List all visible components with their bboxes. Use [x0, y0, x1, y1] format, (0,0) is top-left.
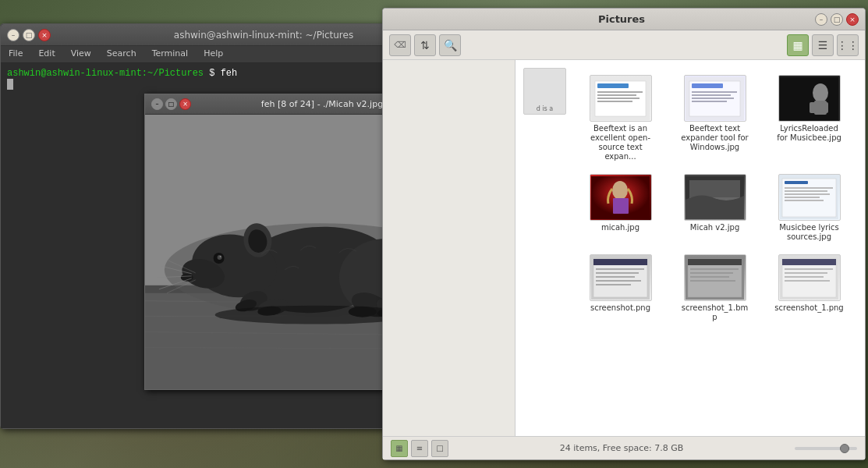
svg-rect-87 [785, 276, 824, 278]
statusbar-text: 24 items, Free space: 7.8 GB [560, 443, 683, 453]
svg-point-15 [218, 255, 222, 260]
svg-rect-72 [596, 276, 635, 278]
svg-rect-65 [785, 197, 820, 198]
file-manager-window-controls: – □ × [815, 13, 859, 26]
zoom-slider-container[interactable] [795, 447, 857, 450]
terminal-close-button[interactable]: × [38, 29, 51, 41]
list-item[interactable]: Beeftext text expander tool for Windows.… [671, 72, 759, 165]
statusbar-compact-icon[interactable]: □ [431, 440, 448, 457]
svg-rect-80 [690, 276, 729, 278]
zoom-slider[interactable] [795, 447, 857, 450]
list-item[interactable]: Beeftext is an excellent open-source tex… [576, 72, 664, 165]
terminal-menu-terminal[interactable]: Terminal [149, 48, 192, 61]
feh-maximize-button[interactable]: □ [165, 98, 177, 110]
svg-rect-50 [810, 102, 816, 113]
terminal-menu-file[interactable]: File [5, 48, 26, 61]
svg-rect-43 [692, 91, 737, 93]
svg-rect-38 [597, 98, 639, 99]
search-button[interactable]: 🔍 [439, 34, 461, 56]
svg-rect-84 [782, 259, 836, 265]
terminal-maximize-button[interactable]: □ [23, 29, 35, 41]
svg-rect-62 [785, 187, 833, 189]
file-label: Beeftext is an excellent open-source tex… [586, 124, 656, 161]
file-manager-statusbar: ▦ ≡ □ 24 items, Free space: 7.8 GB [383, 436, 865, 459]
svg-rect-74 [596, 284, 631, 285]
list-item[interactable]: screenshot.png [576, 251, 664, 325]
file-manager-content: d is a [383, 60, 865, 436]
svg-rect-77 [688, 259, 742, 265]
terminal-menu-edit[interactable]: Edit [35, 48, 58, 61]
file-label: screenshot_1.bmp [680, 303, 750, 322]
file-manager-close-button[interactable]: × [846, 13, 859, 26]
terminal-menu-help[interactable]: Help [200, 48, 226, 61]
file-label: LyricsReloaded for Musicbee.jpg [774, 124, 845, 143]
terminal-prompt-symbol: $ [204, 68, 221, 79]
file-label: screenshot.png [590, 303, 650, 313]
file-thumbnail [590, 174, 652, 221]
zoom-slider-thumb[interactable] [840, 444, 849, 453]
file-thumbnail [684, 254, 746, 301]
file-manager-minimize-button[interactable]: – [815, 13, 827, 26]
feh-window-controls: – □ × [151, 98, 191, 110]
file-thumbnail [684, 174, 746, 221]
file-thumbnail [778, 174, 841, 221]
svg-rect-86 [785, 272, 827, 274]
svg-rect-47 [780, 77, 838, 120]
svg-rect-70 [596, 268, 644, 270]
navigation-backspace-button[interactable]: ⌫ [389, 34, 411, 56]
svg-rect-45 [692, 98, 734, 99]
svg-rect-64 [785, 193, 830, 195]
file-manager-title: Pictures [428, 13, 815, 25]
terminal-menu-search[interactable]: Search [104, 48, 140, 61]
file-manager-toolbar: ⌫ ⇅ 🔍 ▦ ☰ ⋮⋮ [383, 30, 865, 60]
svg-rect-69 [593, 259, 647, 265]
file-manager-maximize-button[interactable]: □ [831, 13, 843, 26]
file-manager-window[interactable]: Pictures – □ × ⌫ ⇅ 🔍 ▦ ☰ ⋮⋮ d is a [382, 8, 866, 460]
list-item[interactable]: screenshot_1.png [765, 251, 853, 325]
statusbar-list-icon[interactable]: ≡ [411, 440, 428, 457]
svg-rect-61 [785, 181, 808, 184]
svg-rect-85 [785, 268, 833, 270]
file-label: Musicbee lyrics sources.jpg [774, 223, 845, 242]
file-thumbnail [590, 254, 652, 301]
svg-rect-44 [692, 94, 731, 96]
list-view-button[interactable]: ☰ [812, 34, 834, 56]
terminal-cursor [7, 79, 13, 90]
file-thumbnail [778, 254, 841, 301]
svg-rect-46 [692, 101, 727, 102]
svg-rect-39 [597, 101, 632, 102]
file-manager-sidebar [383, 60, 515, 436]
feh-close-button[interactable]: × [179, 98, 191, 110]
toggle-button[interactable]: ⇅ [414, 34, 436, 56]
grid-view-button[interactable]: ▦ [787, 34, 809, 56]
list-item[interactable]: LyricsReloaded for Musicbee.jpg [765, 72, 853, 165]
svg-rect-78 [690, 268, 739, 270]
list-item[interactable]: Micah v2.jpg [671, 171, 759, 245]
compact-view-button[interactable]: ⋮⋮ [837, 34, 859, 56]
list-item[interactable]: micah.jpg [576, 171, 664, 245]
file-label: Beeftext text expander tool for Windows.… [680, 124, 750, 152]
feh-minimize-button[interactable]: – [151, 98, 163, 110]
list-item[interactable]: Musicbee lyrics sources.jpg [765, 171, 853, 245]
svg-rect-36 [597, 91, 643, 93]
svg-point-48 [813, 83, 828, 102]
terminal-window-controls: – □ × [7, 29, 51, 41]
terminal-user-host: ashwin@ashwin-linux-mint:~/Pictures [7, 68, 204, 79]
terminal-command: feh [221, 68, 238, 79]
file-icon-grid: Beeftext is an excellent open-source tex… [572, 68, 857, 329]
svg-rect-58 [689, 180, 740, 197]
file-manager-titlebar: Pictures – □ × [383, 9, 865, 30]
terminal-minimize-button[interactable]: – [7, 29, 19, 41]
statusbar-view-icons: ▦ ≡ □ [391, 440, 448, 457]
list-item[interactable]: screenshot_1.bmp [671, 251, 759, 325]
svg-rect-66 [785, 200, 824, 201]
terminal-menu-view[interactable]: View [68, 48, 94, 61]
file-thumbnail [590, 75, 652, 122]
svg-rect-81 [690, 280, 735, 282]
file-label: micah.jpg [601, 223, 639, 232]
svg-rect-88 [785, 280, 830, 282]
statusbar-grid-icon[interactable]: ▦ [391, 440, 408, 457]
partial-item-1[interactable]: d is a [523, 68, 566, 115]
file-manager-main[interactable]: d is a [515, 60, 865, 436]
svg-rect-63 [785, 190, 827, 192]
